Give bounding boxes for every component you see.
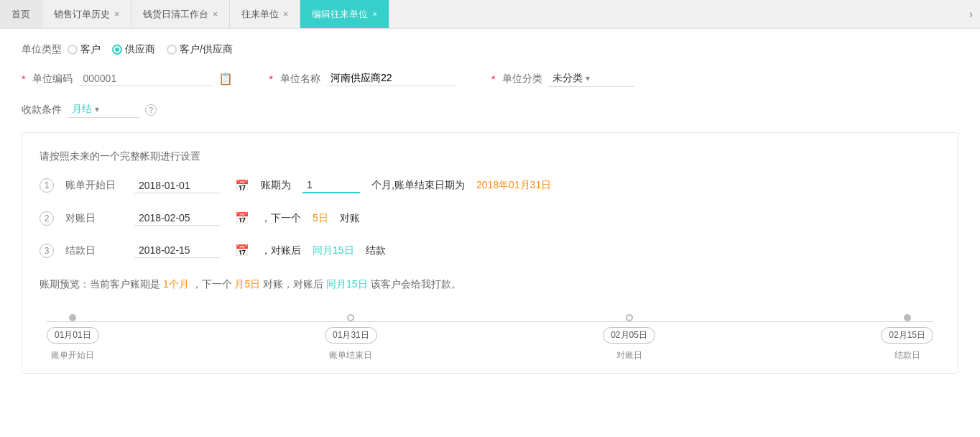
preview-period: 1个月 <box>163 278 189 290</box>
radio-both[interactable]: 客户/供应商 <box>167 43 233 56</box>
data-row-1: 1 账单开始日 📅 账期为 个月,账单结束日期为 2018年01月31日 <box>40 178 940 193</box>
tab-partner-close[interactable]: × <box>283 9 288 19</box>
unit-code-input[interactable] <box>78 71 213 86</box>
tab-sales-history-close[interactable]: × <box>114 9 119 19</box>
unit-info-row: * 单位编码 📋 * 单位名称 * 单位分类 未分类 ▾ <box>22 70 958 87</box>
radio-supplier-label: 供应商 <box>125 43 155 56</box>
tab-cashflow[interactable]: 钱货日清工作台 × <box>131 0 230 28</box>
payment-term-chevron: ▾ <box>95 104 99 114</box>
unit-type-radio-group: 客户 供应商 客户/供应商 <box>68 43 233 56</box>
unit-code-star: * <box>22 73 25 85</box>
reconcile-highlight: 5日 <box>313 212 328 225</box>
payment-term-dropdown[interactable]: 月结 ▾ <box>68 101 139 118</box>
row-num-2: 2 <box>40 211 54 226</box>
unit-code-label: 单位编码 <box>32 73 73 86</box>
timeline-badge-2: 02月05日 <box>603 327 655 344</box>
payment-term-row: 收款条件 月结 ▾ ? <box>22 101 958 118</box>
preview-text: 账期预览：当前客户账期是 1个月 ，下一个 月5日 对账，对账后 同月15日 该… <box>40 275 940 293</box>
payment-term-field: 收款条件 月结 ▾ ? <box>22 101 157 118</box>
radio-customer[interactable]: 客户 <box>68 43 101 56</box>
unit-type-label: 单位类型 <box>22 43 62 56</box>
unit-code-field: * 单位编码 📋 <box>22 71 233 86</box>
start-date-calendar-icon[interactable]: 📅 <box>235 179 249 193</box>
payment-term-label: 收款条件 <box>22 104 62 116</box>
tab-home[interactable]: 首页 <box>0 0 42 28</box>
tab-cashflow-close[interactable]: × <box>213 9 218 19</box>
payment-suffix: 结款 <box>366 244 386 257</box>
timeline-points: 01月01日 账单开始日 01月31日 账单结束日 02月05日 对账日 02月… <box>47 310 933 362</box>
timeline-label-1: 账单结束日 <box>329 349 372 362</box>
copy-icon[interactable]: 📋 <box>218 72 233 86</box>
tab-edit-partner-label: 编辑往来单位 <box>312 8 368 21</box>
unit-class-dropdown[interactable]: 未分类 ▾ <box>548 70 634 87</box>
timeline-dot-1 <box>347 314 354 321</box>
tab-more-button[interactable]: › <box>962 0 980 28</box>
timeline-point-0: 01月01日 账单开始日 <box>47 310 99 362</box>
timeline-dot-2 <box>626 314 633 321</box>
unit-name-field: * 单位名称 <box>269 71 455 86</box>
help-icon[interactable]: ? <box>145 104 157 116</box>
preview-mid1: ，下一个 <box>192 278 232 290</box>
tab-partner[interactable]: 往来单位 × <box>230 0 300 28</box>
tab-partner-label: 往来单位 <box>241 8 279 21</box>
reconcile-date-calendar-icon[interactable]: 📅 <box>235 211 249 225</box>
section-box: 请按照未来的一个完整帐期进行设置 1 账单开始日 📅 账期为 个月,账单结束日期… <box>22 132 958 374</box>
row-label-2: 对账日 <box>65 212 123 225</box>
payment-highlight: 同月15日 <box>313 244 354 257</box>
unit-name-label: 单位名称 <box>280 73 320 86</box>
start-date-input[interactable] <box>134 178 221 193</box>
section-title: 请按照未来的一个完整帐期进行设置 <box>40 150 940 163</box>
payment-term-value: 月结 <box>72 103 92 116</box>
timeline-point-2: 02月05日 对账日 <box>603 310 655 362</box>
tab-cashflow-label: 钱货日清工作台 <box>143 8 208 21</box>
preview-mid2: 对账，对账后 <box>263 278 323 290</box>
radio-supplier[interactable]: 供应商 <box>112 43 155 56</box>
timeline-dot-3 <box>904 314 911 321</box>
payment-prefix: ，对账后 <box>261 244 301 257</box>
unit-class-label: 单位分类 <box>502 73 542 86</box>
reconcile-prefix: ，下一个 <box>261 212 301 225</box>
payment-date-calendar-icon[interactable]: 📅 <box>235 244 249 257</box>
tab-sales-history[interactable]: 销售订单历史 × <box>42 0 131 28</box>
tab-sales-history-label: 销售订单历史 <box>54 8 110 21</box>
radio-both-label: 客户/供应商 <box>180 43 233 56</box>
row-label-1: 账单开始日 <box>65 179 123 192</box>
radio-customer-circle <box>68 45 78 55</box>
tab-edit-partner[interactable]: 编辑往来单位 × <box>300 0 389 28</box>
timeline-label-2: 对账日 <box>616 349 642 362</box>
timeline-container: 01月01日 账单开始日 01月31日 账单结束日 02月05日 对账日 02月… <box>40 310 940 362</box>
tab-edit-partner-close[interactable]: × <box>372 9 377 19</box>
radio-both-circle <box>167 45 177 55</box>
unit-class-field: * 单位分类 未分类 ▾ <box>491 70 634 87</box>
unit-type-field: 单位类型 客户 供应商 客户/供应商 <box>22 43 233 56</box>
data-row-3: 3 结款日 📅 ，对账后 同月15日 结款 <box>40 243 940 258</box>
row-num-3: 3 <box>40 244 54 258</box>
row-label-3: 结款日 <box>65 244 123 257</box>
tab-bar: 首页 销售订单历史 × 钱货日清工作台 × 往来单位 × 编辑往来单位 × › <box>0 0 980 29</box>
unit-class-value: 未分类 <box>553 72 583 85</box>
period-input[interactable] <box>302 178 360 193</box>
reconcile-date-input[interactable] <box>134 211 221 226</box>
timeline-label-3: 结款日 <box>895 349 920 362</box>
reconcile-suffix: 对账 <box>340 212 360 225</box>
data-row-2: 2 对账日 📅 ，下一个 5日 对账 <box>40 211 940 226</box>
unit-type-row: 单位类型 客户 供应商 客户/供应商 <box>22 43 958 56</box>
payment-date-input[interactable] <box>134 243 221 258</box>
radio-supplier-circle <box>112 45 122 55</box>
end-date-highlight: 2018年01月31日 <box>476 179 551 192</box>
preview-date1: 月5日 <box>234 278 260 290</box>
timeline-dot-0 <box>69 314 76 321</box>
row-num-1: 1 <box>40 178 54 193</box>
preview-date2: 同月15日 <box>326 278 368 290</box>
preview-suffix: 该客户会给我打款。 <box>371 278 461 290</box>
timeline-label-0: 账单开始日 <box>51 349 94 362</box>
unit-name-input[interactable] <box>326 71 456 86</box>
timeline-point-1: 01月31日 账单结束日 <box>325 310 377 362</box>
unit-name-star: * <box>269 73 272 85</box>
main-content: 单位类型 客户 供应商 客户/供应商 * 单位编码 <box>0 29 980 437</box>
timeline-badge-3: 02月15日 <box>881 327 933 344</box>
timeline-badge-0: 01月01日 <box>47 327 99 344</box>
unit-class-chevron: ▾ <box>586 73 590 83</box>
timeline-point-3: 02月15日 结款日 <box>881 310 933 362</box>
timeline-badge-1: 01月31日 <box>325 327 377 344</box>
